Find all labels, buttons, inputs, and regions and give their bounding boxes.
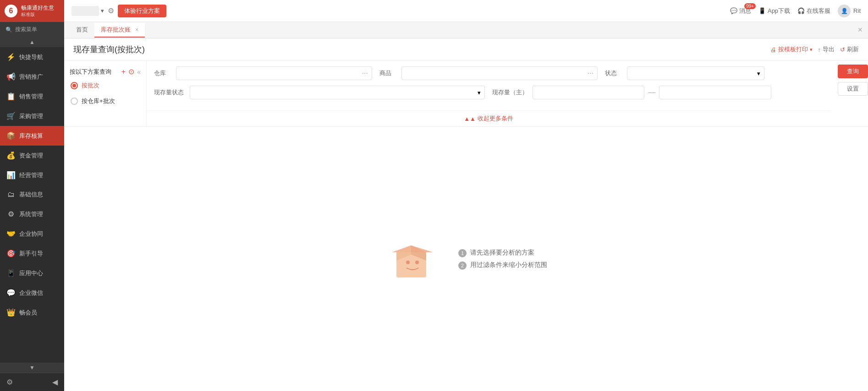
export-btn[interactable]: ↑ 导出 [818, 45, 835, 54]
main-area: ▾ ⚙ 体验行业方案 💬 消息 99+ 📱 App下载 🎧 在线客服 👤 [64, 0, 868, 391]
topbar-messages[interactable]: 💬 消息 99+ [730, 7, 751, 15]
inventory-qty-from-wrap[interactable] [533, 86, 644, 99]
user-avatar: 👤 [838, 5, 851, 17]
sidebar-item-appcenter[interactable]: 📱 应用中心 [0, 263, 64, 283]
sidebar-item-basics[interactable]: 🗂 基础信息 [0, 185, 64, 204]
sidebar-item-operations[interactable]: 📊 经营管理 [0, 165, 64, 185]
sidebar-scroll-down[interactable]: ▼ [0, 363, 64, 373]
tip-num-2: 2 [458, 261, 467, 270]
sidebar-item-system[interactable]: ⚙ 系统管理 [0, 204, 64, 224]
tip-num-1: 1 [458, 249, 467, 257]
tab-home[interactable]: 首页 [70, 23, 94, 38]
refresh-btn[interactable]: ↺ 刷新 [840, 45, 859, 54]
topbar-customer-service[interactable]: 🎧 在线客服 [797, 7, 830, 15]
topbar-right: 💬 消息 99+ 📱 App下载 🎧 在线客服 👤 Rit [730, 5, 861, 17]
filter-panel: 按以下方案查询 + ⊙ « 按批次 [64, 61, 868, 127]
collapse-up-icon: ▲▲ [464, 115, 476, 122]
inventory-qty-to-wrap[interactable] [659, 86, 771, 99]
enterprise-icon: 🤝 [6, 229, 16, 238]
filter-field-inventory-status: 现存量状态 ▾ [154, 86, 485, 99]
tab-close-btn[interactable]: × [135, 27, 138, 33]
sidebar-item-inventory[interactable]: 📦 库存核算 [0, 126, 64, 146]
topbar-dropdown[interactable]: ▾ [71, 6, 104, 16]
newguide-icon: 🎯 [6, 249, 16, 258]
sidebar-nav: ⚡ 快捷导航 📢 营销推广 📋 销售管理 🛒 采购管理 📦 库存核算 💰 资金管… [0, 47, 64, 363]
scheme-radio-batch [71, 82, 78, 89]
page-header-actions: 🖨 按模板打印 ▾ ↑ 导出 ↺ 刷新 [770, 45, 859, 54]
topbar-app-download[interactable]: 📱 App下载 [758, 7, 790, 15]
print-chevron-icon: ▾ [810, 47, 813, 53]
inventory-qty-to[interactable] [663, 89, 767, 96]
inventory-icon: 📦 [6, 131, 16, 140]
sidebar: 6 畅康通好生意 标准版 🔍 搜索菜单 ▲ ⚡ 快捷导航 📢 营销推广 📋 销售… [0, 0, 64, 391]
finance-icon: 💰 [6, 151, 16, 160]
sidebar-item-wxenterprise[interactable]: 💬 企业微信 [0, 283, 64, 303]
footer-collapse-icon[interactable]: ◀ [52, 378, 58, 386]
filter-right: 仓库 ··· 商品 ··· [147, 61, 830, 126]
print-btn[interactable]: 🖨 按模板打印 ▾ [770, 45, 813, 54]
avatar-icon: 👤 [841, 8, 848, 14]
footer-settings-icon[interactable]: ⚙ [6, 378, 13, 386]
product-input[interactable] [406, 70, 586, 77]
sidebar-item-newguide[interactable]: 🎯 新手引导 [0, 244, 64, 263]
sidebar-item-enterprise[interactable]: 🤝 企业协同 [0, 224, 64, 244]
scheme-item-warehouse-batch[interactable]: 按仓库+批次 [64, 93, 146, 109]
sidebar-item-finance[interactable]: 💰 资金管理 [0, 146, 64, 165]
filter-row-1: 仓库 ··· 商品 ··· [154, 66, 823, 80]
brand-info: 畅康通好生意 标准版 [21, 5, 54, 18]
svg-point-5 [415, 261, 419, 264]
member-icon: 👑 [6, 308, 16, 317]
product-input-wrap[interactable]: ··· [401, 66, 598, 80]
status-select[interactable]: ▾ [627, 66, 764, 80]
sidebar-item-member[interactable]: 👑 畅会员 [0, 303, 64, 322]
warehouse-input-wrap[interactable]: ··· [176, 66, 372, 80]
warehouse-dots[interactable]: ··· [362, 69, 368, 77]
empty-state: 1 请先选择要分析的方案 2 用过滤条件来缩小分析范围 [64, 127, 868, 391]
collapse-more[interactable]: ▲▲ 收起更多条件 [147, 110, 830, 126]
product-label: 商品 [379, 69, 398, 77]
filter-field-inventory-qty: 现存量（主） — [492, 86, 823, 99]
refresh-icon: ↺ [840, 46, 845, 53]
app-logo: 6 [5, 5, 17, 17]
appcenter-icon: 📱 [6, 269, 16, 277]
filter-field-product: 商品 ··· [379, 66, 598, 80]
inventory-qty-dash: — [648, 88, 655, 97]
status-label: 状态 [605, 69, 623, 77]
scheme-settings-btn[interactable]: ⊙ [128, 67, 134, 76]
search-icon: 🔍 [5, 27, 12, 33]
topbar-gear-icon[interactable]: ⚙ [108, 6, 114, 15]
filter-settings-btn[interactable]: 设置 [838, 82, 868, 96]
tab-bar: 首页 库存批次账 × × [64, 22, 868, 38]
scheme-add-btn[interactable]: + [121, 68, 126, 76]
sidebar-search[interactable]: 🔍 搜索菜单 [0, 22, 64, 37]
sidebar-scroll-up[interactable]: ▲ [0, 37, 64, 47]
page-container: 现存量查询(按批次) 🖨 按模板打印 ▾ ↑ 导出 ↺ 刷新 [64, 38, 868, 391]
warehouse-input[interactable] [180, 70, 360, 77]
topbar-dropdown-text [71, 6, 99, 16]
topbar-user[interactable]: 👤 Rit [838, 5, 861, 17]
empty-tips: 1 请先选择要分析的方案 2 用过滤条件来缩小分析范围 [458, 249, 547, 270]
scheme-item-batch[interactable]: 按批次 [64, 78, 146, 93]
experience-btn[interactable]: 体验行业方案 [118, 5, 166, 17]
filter-form: 仓库 ··· 商品 ··· [147, 61, 830, 110]
query-btn[interactable]: 查询 [838, 65, 868, 78]
sidebar-item-quicknav[interactable]: ⚡ 快捷导航 [0, 47, 64, 67]
topbar-left: ▾ ⚙ 体验行业方案 [71, 5, 725, 17]
system-icon: ⚙ [6, 210, 16, 218]
purchase-icon: 🛒 [6, 112, 16, 120]
product-dots[interactable]: ··· [588, 69, 593, 77]
sidebar-item-marketing[interactable]: 📢 营销推广 [0, 67, 64, 87]
sidebar-item-purchase[interactable]: 🛒 采购管理 [0, 106, 64, 126]
scheme-collapse-btn[interactable]: « [137, 68, 141, 76]
dropdown-chevron-icon: ▾ [101, 7, 104, 14]
tab-inventory-batch[interactable]: 库存批次账 × [94, 23, 145, 38]
empty-tip-2: 2 用过滤条件来缩小分析范围 [458, 261, 547, 270]
page-title: 现存量查询(按批次) [73, 44, 145, 55]
inventory-status-select[interactable]: ▾ [190, 86, 485, 99]
message-icon: 💬 [730, 7, 737, 14]
message-badge: 99+ [744, 3, 756, 9]
inventory-qty-from[interactable] [537, 89, 640, 96]
tab-close-right-btn[interactable]: × [857, 25, 863, 35]
svg-point-4 [406, 261, 410, 264]
sidebar-item-sales[interactable]: 📋 销售管理 [0, 87, 64, 106]
